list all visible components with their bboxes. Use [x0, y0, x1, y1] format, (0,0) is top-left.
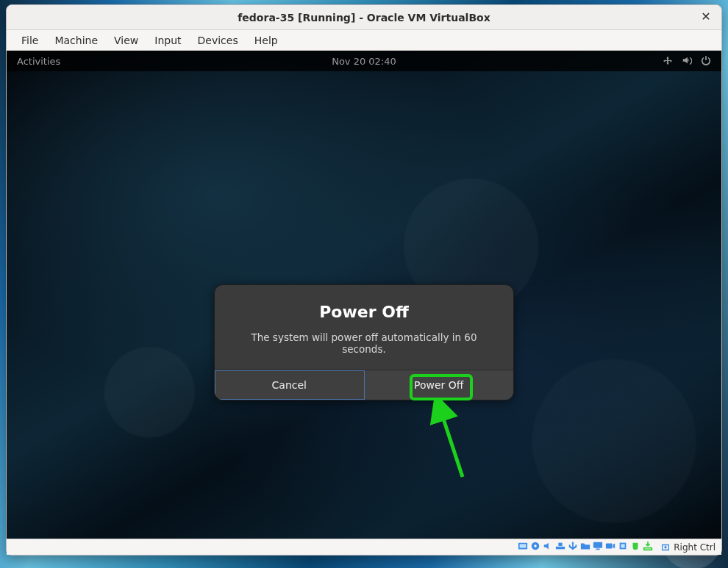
network-icon: [663, 55, 673, 68]
close-icon[interactable]: ✕: [698, 10, 714, 26]
gnome-topbar: Activities Nov 20 02:40: [7, 51, 721, 71]
status-network-icon[interactable]: [555, 541, 565, 553]
window-titlebar[interactable]: fedora-35 [Running] - Oracle VM VirtualB…: [7, 5, 721, 30]
menu-input[interactable]: Input: [147, 32, 188, 48]
svg-point-4: [534, 544, 537, 547]
status-recording-icon[interactable]: [605, 541, 615, 553]
menu-machine[interactable]: Machine: [47, 32, 105, 48]
virtualbox-window: fedora-35 [Running] - Oracle VM VirtualB…: [6, 4, 722, 556]
status-usb-icon[interactable]: [568, 541, 578, 553]
power-off-dialog: Power Off The system will power off auto…: [214, 284, 514, 400]
dialog-title: Power Off: [232, 303, 496, 321]
status-tray: [518, 541, 653, 553]
volume-icon: [682, 55, 692, 68]
svg-rect-5: [556, 547, 565, 550]
status-cpu-icon[interactable]: [618, 541, 628, 553]
svg-rect-2: [520, 544, 527, 547]
status-mouse-integration-icon[interactable]: [630, 541, 640, 553]
svg-rect-8: [596, 549, 600, 550]
guest-display[interactable]: Activities Nov 20 02:40 Power Off The sy…: [7, 51, 721, 539]
status-optical-icon[interactable]: [530, 541, 540, 553]
menu-file[interactable]: File: [14, 32, 46, 48]
menu-view[interactable]: View: [107, 32, 146, 48]
host-key-label: Right Ctrl: [674, 542, 715, 553]
virtualbox-statusbar: Right Ctrl: [7, 539, 721, 555]
window-title: fedora-35 [Running] - Oracle VM VirtualB…: [238, 12, 490, 24]
power-off-button[interactable]: Power Off: [365, 370, 514, 400]
status-display-icon[interactable]: [593, 541, 603, 553]
svg-rect-11: [621, 544, 625, 547]
status-hdd-icon[interactable]: [518, 541, 528, 553]
cancel-button[interactable]: Cancel: [215, 370, 365, 400]
system-status-area[interactable]: [663, 55, 711, 68]
menubar: File Machine View Input Devices Help: [7, 30, 721, 51]
topbar-datetime[interactable]: Nov 20 02:40: [7, 56, 721, 67]
svg-rect-9: [606, 544, 613, 549]
menu-devices[interactable]: Devices: [190, 32, 246, 48]
host-key-indicator[interactable]: Right Ctrl: [660, 542, 715, 553]
dialog-message: The system will power off automatically …: [232, 331, 496, 355]
status-audio-icon[interactable]: [543, 541, 553, 553]
activities-button[interactable]: Activities: [17, 56, 60, 67]
svg-rect-7: [593, 542, 602, 548]
menu-help[interactable]: Help: [247, 32, 285, 48]
status-keyboard-icon[interactable]: [643, 541, 653, 553]
status-shared-folder-icon[interactable]: [580, 541, 590, 553]
svg-rect-6: [559, 543, 563, 546]
hostkey-arrow-icon: [660, 542, 671, 553]
power-icon: [701, 55, 711, 68]
